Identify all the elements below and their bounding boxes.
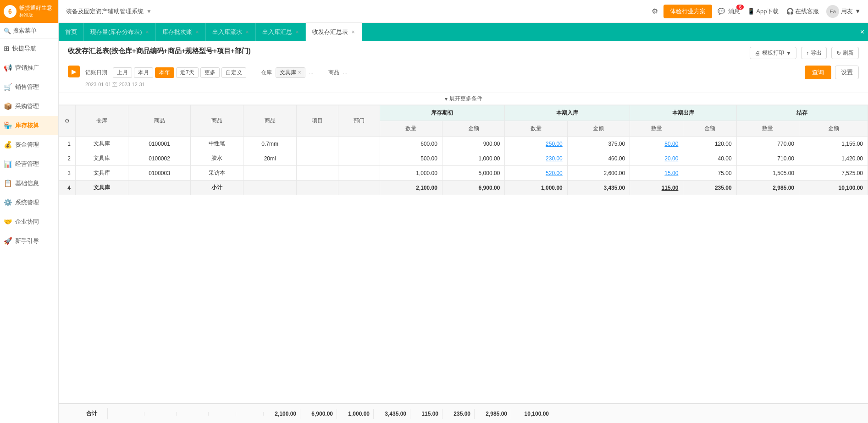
row-out-qty[interactable]: 15.00	[630, 166, 683, 181]
warehouse-tag-name: 文具库	[280, 69, 296, 77]
date-btn-this-month[interactable]: 本月	[134, 67, 153, 78]
logo-text: 畅捷通好生意	[19, 5, 52, 12]
row-closing-qty: 710.00	[736, 151, 799, 166]
system-name: 装备及固定资产辅助管理系统	[66, 7, 144, 16]
col-out-amt-header: 金额	[683, 121, 736, 137]
sidebar-item-quick-nav[interactable]: ⊞ 快捷导航	[0, 39, 58, 58]
date-btn-custom[interactable]: 自定义	[221, 67, 246, 78]
row-opening-amt: 1,000.00	[442, 151, 504, 166]
row-opening-amt: 6,900.00	[442, 181, 504, 195]
tab-inout-flow[interactable]: 出入库流水 ×	[206, 23, 256, 41]
online-service-btn[interactable]: 🎧 在线客服	[786, 7, 819, 16]
topbar-right: 💬 6 消息 📱 App下载 🎧 在线客服 Ea 用友 ▼	[718, 5, 861, 18]
row-out-amt: 120.00	[683, 137, 736, 151]
tab-stock-dist-close[interactable]: ×	[146, 29, 149, 35]
col-setting-header[interactable]: ⚙	[59, 105, 76, 137]
sidebar-item-newbie[interactable]: 🚀 新手引导	[0, 231, 58, 251]
template-print-btn[interactable]: 🖨 模板打印 ▼	[750, 47, 796, 59]
experience-btn[interactable]: 体验行业方案	[663, 5, 712, 18]
filter-toggle-btn[interactable]: ▶	[68, 66, 80, 77]
sidebar-item-label: 系统管理	[15, 198, 39, 207]
col-closing-qty-header: 数量	[736, 121, 799, 137]
warehouse-tag-remove[interactable]: ×	[298, 69, 301, 76]
sidebar-item-label: 库存核算	[15, 121, 39, 130]
settings-gear-icon[interactable]: ⚙	[652, 7, 658, 16]
footer-out-qty: 115.00	[410, 409, 442, 419]
row-out-qty[interactable]: 20.00	[630, 151, 683, 166]
filter-settings-btn[interactable]: 设置	[835, 66, 859, 79]
row-no: 4	[59, 181, 76, 195]
app-download-btn[interactable]: 📱 App下载	[747, 7, 779, 16]
row-in-amt: 460.00	[567, 151, 630, 166]
sidebar-item-sales[interactable]: 🛒 销售管理	[0, 77, 58, 97]
user-dropdown-icon: ▼	[855, 8, 861, 15]
warehouse-more-btn[interactable]: ...	[309, 69, 314, 76]
row-dept	[338, 151, 380, 166]
date-btn-7days[interactable]: 近7天	[176, 67, 199, 78]
row-in-qty: 1,000.00	[505, 181, 567, 195]
tab-collect-summary[interactable]: 收发存汇总表 ×	[306, 23, 362, 41]
refresh-btn[interactable]: ↻ 刷新	[831, 47, 859, 59]
row-goods-spec: 20ml	[243, 151, 297, 166]
logo-badge: 标准版	[19, 12, 52, 18]
tab-stock-dist-label: 现存量(库存分布表)	[90, 28, 142, 36]
col-warehouse-header: 仓库	[76, 105, 128, 137]
row-in-qty[interactable]: 250.00	[505, 137, 567, 151]
sidebar-item-collab[interactable]: 🤝 企业协同	[0, 212, 58, 231]
sidebar-item-marketing[interactable]: 📢 营销推广	[0, 58, 58, 77]
tab-home[interactable]: 首页	[59, 23, 84, 41]
tab-batch-ledger-close[interactable]: ×	[196, 29, 199, 35]
sidebar-item-finance[interactable]: 💰 资金管理	[0, 135, 58, 154]
row-opening-qty: 600.00	[380, 137, 442, 151]
col-out-qty-header: 数量	[630, 121, 683, 137]
date-btn-last-month[interactable]: 上月	[113, 67, 132, 78]
tab-inout-summary[interactable]: 出入库汇总 ×	[256, 23, 306, 41]
query-btn[interactable]: 查询	[805, 66, 831, 79]
tab-inout-summary-close[interactable]: ×	[296, 29, 299, 35]
footer-out-amt: 235.00	[442, 409, 475, 419]
col-opening-header: 库存期初	[380, 105, 505, 121]
quick-nav-icon: ⊞	[4, 44, 10, 53]
tab-inout-flow-close[interactable]: ×	[246, 29, 249, 35]
row-goods-code: 0100001	[128, 137, 190, 151]
footer-closing-amt: 10,100.00	[511, 409, 553, 419]
row-goods-name: 小计	[191, 181, 243, 195]
col-out-header: 本期出库	[630, 105, 736, 121]
row-in-qty[interactable]: 520.00	[505, 166, 567, 181]
expand-more-btn[interactable]: ▾ 展开更多条件	[59, 93, 868, 105]
expand-label: 展开更多条件	[449, 95, 482, 103]
row-warehouse: 文具库	[76, 166, 128, 181]
tab-stock-dist[interactable]: 现存量(库存分布表) ×	[84, 23, 156, 41]
user-area[interactable]: Ea 用友 ▼	[826, 5, 861, 18]
sidebar-item-basic-info[interactable]: 📋 基础信息	[0, 174, 58, 193]
tab-collect-summary-close[interactable]: ×	[352, 29, 355, 35]
row-in-qty[interactable]: 230.00	[505, 151, 567, 166]
app-download-label: App下载	[756, 8, 779, 15]
date-btn-this-year[interactable]: 本年	[155, 67, 174, 78]
date-btn-more[interactable]: 更多	[200, 67, 220, 78]
sidebar-search[interactable]: 🔍 搜索菜单	[0, 23, 58, 39]
operations-icon: 📊	[4, 160, 12, 168]
row-dept	[338, 181, 380, 195]
sidebar-item-purchase[interactable]: 📦 采购管理	[0, 97, 58, 116]
col-dept-header: 部门	[338, 105, 380, 137]
warehouse-tag: 文具库 ×	[276, 67, 305, 78]
row-opening-qty: 1,000.00	[380, 166, 442, 181]
page-content: 收发存汇总表(按仓库+商品编码+商品+规格型号+项目+部门) 🖨 模板打印 ▼ …	[59, 41, 868, 423]
tab-batch-ledger[interactable]: 库存批次账 ×	[156, 23, 206, 41]
col-opening-amt-header: 金额	[442, 121, 504, 137]
dropdown-icon[interactable]: ▼	[146, 8, 152, 15]
export-btn[interactable]: ↑ 导出	[801, 47, 827, 59]
goods-more-btn[interactable]: ...	[343, 69, 348, 76]
sidebar-item-inventory[interactable]: 🏪 库存核算	[0, 116, 58, 135]
sidebar-item-system[interactable]: ⚙️ 系统管理	[0, 193, 58, 212]
refresh-label: 刷新	[843, 49, 854, 57]
row-goods-code: 0100002	[128, 151, 190, 166]
row-out-amt: 235.00	[683, 181, 736, 195]
sidebar-item-operations[interactable]: 📊 经营管理	[0, 154, 58, 174]
row-out-qty[interactable]: 80.00	[630, 137, 683, 151]
sidebar-item-label: 营销推广	[15, 64, 39, 72]
message-badge[interactable]: 💬 6 消息	[718, 7, 741, 16]
row-in-amt: 2,600.00	[567, 166, 630, 181]
tabs-close-all-btn[interactable]: ×	[860, 28, 864, 36]
